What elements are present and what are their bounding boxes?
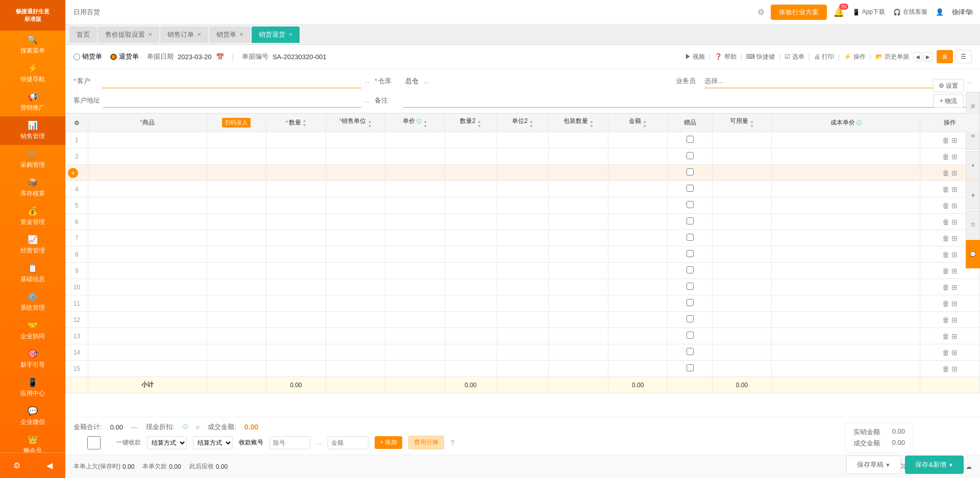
- unit2-cell-2[interactable]: [497, 148, 549, 165]
- next-arrow[interactable]: ▶: [923, 52, 933, 61]
- gift-checkbox-2[interactable]: [687, 152, 694, 159]
- radio-return-input[interactable]: [110, 54, 117, 60]
- avail-cell-3[interactable]: [712, 165, 771, 181]
- gift-cell-3[interactable]: [668, 165, 712, 181]
- product-cell-1[interactable]: [88, 132, 207, 148]
- tab-returns-close[interactable]: ✕: [288, 32, 292, 37]
- account-input[interactable]: [270, 436, 310, 449]
- one-click-pay-checkbox[interactable]: [74, 436, 114, 449]
- tab-price-close[interactable]: ✕: [148, 32, 152, 37]
- grid-view-btn[interactable]: ⊞: [937, 50, 953, 63]
- copy-btn[interactable]: ⊞: [951, 218, 958, 226]
- pkgqty-cell-1[interactable]: [549, 132, 608, 148]
- prev-arrow[interactable]: ◀: [913, 52, 922, 61]
- delete-row-1[interactable]: 🗑: [942, 136, 949, 144]
- delete-btn[interactable]: 🗑: [942, 365, 949, 373]
- gift-cell-2[interactable]: [668, 148, 712, 165]
- tab-home[interactable]: 首页: [69, 27, 97, 43]
- cost-cell-2[interactable]: [772, 148, 920, 165]
- copy-btn[interactable]: ⊞: [951, 316, 958, 324]
- calc-method-select[interactable]: 结算方式: [193, 436, 233, 449]
- sidebar-item-inventory[interactable]: 📦 库存核算: [0, 173, 65, 202]
- add-payment-btn[interactable]: + 添加: [375, 436, 402, 449]
- copy-row-3[interactable]: ⊞: [951, 169, 958, 177]
- price-cell-2[interactable]: [385, 148, 445, 165]
- unit-sort[interactable]: ▲▼: [368, 119, 372, 129]
- delete-btn[interactable]: 🗑: [942, 250, 949, 259]
- pkgqty-cell-2[interactable]: [549, 148, 608, 165]
- delete-btn[interactable]: 🗑: [942, 316, 949, 324]
- copy-btn[interactable]: ⊞: [951, 202, 958, 210]
- product-input-1[interactable]: [90, 137, 205, 144]
- sidebar-item-purchase[interactable]: 🛒 采购管理: [0, 145, 65, 173]
- qty-cell-2[interactable]: [266, 148, 326, 165]
- sidebar-item-system[interactable]: ⚙️ 系统管理: [0, 288, 65, 316]
- save-draft-button[interactable]: 保存草稿 ▼: [846, 456, 901, 474]
- setup-btn[interactable]: ⚙ 设置: [933, 79, 964, 92]
- sidebar-item-basic[interactable]: 📋 基础信息: [0, 259, 65, 288]
- qty2-sort[interactable]: ▲▼: [477, 119, 481, 129]
- col-settings-header[interactable]: ⚙: [66, 114, 88, 132]
- operation-btn[interactable]: ⚡ 操作: [844, 53, 865, 61]
- warehouse-more[interactable]: ...: [424, 78, 429, 85]
- amount-cell-2[interactable]: [608, 148, 667, 165]
- amount-cell-1[interactable]: [608, 132, 667, 148]
- sidebar-item-member[interactable]: 👑 畅会员: [0, 431, 65, 452]
- calendar-icon[interactable]: 📅: [216, 53, 224, 61]
- delete-btn[interactable]: 🗑: [942, 202, 949, 210]
- message-icon[interactable]: 🔔 70: [833, 7, 844, 18]
- amount-cell-3[interactable]: [608, 165, 667, 181]
- add-row-btn-cell[interactable]: +: [66, 165, 88, 181]
- qty2-cell-2[interactable]: [445, 148, 497, 165]
- price-sort[interactable]: ▲▼: [423, 119, 427, 129]
- unit2-cell-1[interactable]: [497, 132, 549, 148]
- sidebar-item-sales[interactable]: 📊 销售管理: [0, 116, 65, 145]
- delete-btn[interactable]: 🗑: [942, 234, 949, 242]
- right-panel-btn-3[interactable]: ✦: [966, 151, 980, 180]
- tab-sales-order[interactable]: 销售订单 ✕: [160, 27, 208, 43]
- address-input[interactable]: [103, 93, 361, 108]
- qty2-cell-1[interactable]: [445, 132, 497, 148]
- one-click-pay-checkbox-label[interactable]: 一键收款: [74, 436, 141, 449]
- delete-btn[interactable]: 🗑: [942, 267, 949, 275]
- cost-cell-1[interactable]: [772, 132, 920, 148]
- address-more[interactable]: ...: [364, 97, 370, 104]
- save-new-button[interactable]: 保存&新增 ▼: [905, 456, 964, 474]
- history-btn[interactable]: 📂 历史单据: [875, 53, 909, 61]
- copy-row-1[interactable]: ⊞: [951, 136, 958, 144]
- gift-checkbox-1[interactable]: [687, 136, 694, 143]
- topbar-settings-icon[interactable]: ⚙: [757, 7, 765, 17]
- right-panel-btn-4[interactable]: ★: [966, 181, 980, 209]
- tab-sales-close[interactable]: ✕: [239, 32, 243, 37]
- delete-btn[interactable]: 🗑: [942, 218, 949, 226]
- settlement-select[interactable]: 结算方式: [147, 436, 187, 449]
- product-cell-2[interactable]: [88, 148, 207, 165]
- delete-btn[interactable]: 🗑: [942, 332, 949, 340]
- table-settings-icon[interactable]: ⚙: [74, 119, 80, 127]
- print-btn-toolbar[interactable]: 🖨 打印: [814, 53, 834, 61]
- sidebar-item-finance[interactable]: 💰 资金管理: [0, 202, 65, 231]
- amount-input[interactable]: [328, 436, 369, 449]
- sidebar-item-marketing[interactable]: 📢 营销推广: [0, 88, 65, 116]
- user-avatar[interactable]: 👤: [936, 8, 944, 16]
- online-service-link[interactable]: 🎧 在线客服: [893, 8, 927, 16]
- copy-btn[interactable]: ⊞: [951, 299, 958, 308]
- delete-btn[interactable]: 🗑: [942, 299, 949, 308]
- delete-btn[interactable]: 🗑: [942, 348, 949, 357]
- copy-btn[interactable]: ⊞: [951, 185, 958, 193]
- select-btn[interactable]: ☑ 选单: [785, 53, 804, 61]
- copy-btn[interactable]: ⊞: [951, 332, 958, 340]
- unit2-cell-3[interactable]: [497, 165, 549, 181]
- sidebar-settings-icon[interactable]: ⚙: [13, 461, 20, 470]
- tab-returns[interactable]: 销货退货 ✕: [252, 27, 300, 43]
- tab-sales[interactable]: 销货单 ✕: [209, 27, 251, 43]
- tab-price-settings[interactable]: 售价提取设置 ✕: [98, 27, 159, 43]
- right-panel-btn-6[interactable]: 💬: [966, 240, 980, 268]
- avail-sort[interactable]: ▲▼: [750, 119, 754, 129]
- qty2-cell-3[interactable]: [445, 165, 497, 181]
- delete-btn[interactable]: 🗑: [942, 283, 949, 291]
- sidebar-item-search[interactable]: 🔍 搜索菜单: [0, 31, 65, 59]
- pkgqty-cell-3[interactable]: [549, 165, 608, 181]
- sidebar-item-newbie[interactable]: 🎯 新手引导: [0, 345, 65, 373]
- product-cell-3[interactable]: [88, 165, 207, 181]
